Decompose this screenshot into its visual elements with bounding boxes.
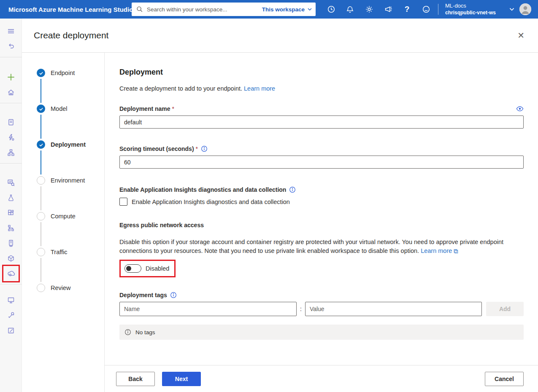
step-label: Environment: [51, 177, 85, 184]
step-model[interactable]: Model: [22, 103, 104, 115]
nav-models-button[interactable]: [3, 251, 19, 266]
nav-endpoints-button[interactable]: [2, 265, 20, 282]
chevron-down-icon: [508, 6, 515, 13]
step-connector: [41, 79, 41, 103]
field-label: Scoring timeout (seconds): [119, 145, 194, 152]
nav-home-button[interactable]: [3, 85, 19, 100]
link-text: Learn more: [421, 247, 452, 254]
deployment-name-label-row: Deployment name *: [119, 105, 524, 112]
back-button[interactable]: Back: [116, 372, 155, 386]
tags-input-row: : Add: [119, 302, 524, 316]
smiley-feedback-button[interactable]: [416, 0, 435, 19]
section-heading: Deployment: [119, 68, 524, 77]
step-review[interactable]: Review: [22, 282, 104, 294]
tags-label-row: Deployment tags: [119, 292, 524, 298]
nav-back-button[interactable]: [3, 39, 19, 54]
step-complete-icon: [37, 69, 45, 77]
search-scope-dropdown[interactable]: This workspace: [259, 6, 312, 13]
learn-more-link[interactable]: Learn more: [244, 85, 275, 92]
deployment-name-input[interactable]: [119, 115, 524, 129]
top-bar-actions: ?: [322, 0, 441, 19]
egress-toggle[interactable]: [124, 264, 141, 273]
step-pending-icon: [37, 176, 45, 185]
page-title: Create deployment: [34, 30, 108, 40]
tag-name-input[interactable]: [119, 302, 297, 316]
external-link-icon: ⧉: [454, 247, 458, 256]
nav-menu-button[interactable]: [3, 24, 19, 39]
info-icon[interactable]: [201, 145, 208, 152]
app-insights-checkbox[interactable]: [119, 198, 127, 206]
step-pending-icon: [37, 248, 45, 256]
tag-value-input[interactable]: [305, 302, 482, 316]
nav-data-button[interactable]: [3, 175, 19, 190]
nav-automated-ml-button[interactable]: [3, 130, 19, 145]
nav-linked-services-button[interactable]: [3, 308, 19, 323]
nav-jobs-button[interactable]: [3, 190, 19, 205]
settings-button[interactable]: [360, 0, 378, 19]
field-label: Enable Application Insights diagnostics …: [119, 186, 286, 193]
required-asterisk: *: [172, 105, 174, 112]
nav-environments-button[interactable]: [3, 236, 19, 251]
step-complete-icon: [37, 105, 45, 113]
step-label: Traffic: [51, 249, 67, 255]
help-button[interactable]: ?: [397, 0, 416, 19]
clock-icon: [327, 5, 336, 14]
step-label: Endpoint: [51, 70, 75, 76]
designer-icon: [7, 148, 15, 157]
egress-toggle-highlight: Disabled: [119, 260, 176, 277]
gear-icon: [365, 5, 374, 14]
step-connector: [41, 186, 41, 210]
step-environment[interactable]: Environment: [22, 175, 104, 186]
learn-more-external-link[interactable]: Learn more ⧉: [421, 247, 458, 254]
info-icon[interactable]: [289, 186, 296, 193]
egress-heading: Egress public network access: [119, 222, 524, 228]
workspace-chevron-button[interactable]: [504, 6, 519, 13]
workspace-search[interactable]: This workspace: [132, 3, 316, 16]
scoring-timeout-input[interactable]: [119, 156, 524, 169]
menu-icon: [7, 27, 15, 35]
eye-icon[interactable]: [516, 106, 524, 112]
step-endpoint[interactable]: Endpoint: [22, 67, 104, 79]
step-deployment[interactable]: Deployment: [22, 139, 104, 150]
nav-new-button[interactable]: [3, 70, 19, 85]
data-icon: [7, 178, 15, 187]
step-compute[interactable]: Compute: [22, 210, 104, 222]
step-label: Deployment: [51, 141, 86, 148]
add-tag-button[interactable]: Add: [486, 302, 524, 316]
nav-components-button[interactable]: [3, 205, 19, 220]
search-input[interactable]: [147, 6, 259, 13]
avatar[interactable]: [519, 3, 531, 15]
field-label: Deployment name: [119, 105, 170, 112]
nav-data-labeling-button[interactable]: [3, 323, 19, 338]
feedback-button[interactable]: [378, 0, 397, 19]
step-label: Compute: [51, 213, 76, 220]
close-icon[interactable]: ✕: [517, 31, 524, 40]
nav-compute-button[interactable]: [3, 293, 19, 308]
step-pending-icon: [37, 284, 45, 292]
top-bar: Microsoft Azure Machine Learning Studio …: [0, 0, 538, 19]
linked-services-icon: [7, 311, 15, 320]
rail-divider: [0, 57, 22, 57]
left-nav-rail: [0, 19, 22, 392]
checkbox-label: Enable Application Insights diagnostics …: [132, 199, 290, 205]
cancel-button[interactable]: Cancel: [485, 372, 524, 386]
step-label: Review: [51, 285, 71, 291]
info-icon[interactable]: [170, 292, 177, 298]
environments-icon: [7, 239, 15, 247]
nav-pipelines-button[interactable]: [3, 220, 19, 236]
step-connector: [41, 150, 41, 175]
notifications-button[interactable]: [341, 0, 360, 19]
nav-designer-button[interactable]: [3, 145, 19, 160]
next-button[interactable]: Next: [162, 372, 201, 386]
step-connector: [41, 115, 41, 139]
wizard-header: Create deployment ✕: [22, 19, 538, 53]
data-labeling-icon: [7, 326, 15, 335]
automated-ml-icon: [7, 133, 15, 142]
workspace-selector[interactable]: ML-docs chrisqpublic-vnet-ws: [441, 3, 504, 16]
home-icon: [7, 88, 15, 97]
step-traffic[interactable]: Traffic: [22, 246, 104, 258]
pipelines-icon: [7, 224, 15, 232]
no-tags-banner: No tags: [119, 325, 524, 340]
nav-notebooks-button[interactable]: [3, 115, 19, 130]
recent-activity-button[interactable]: [322, 0, 341, 19]
